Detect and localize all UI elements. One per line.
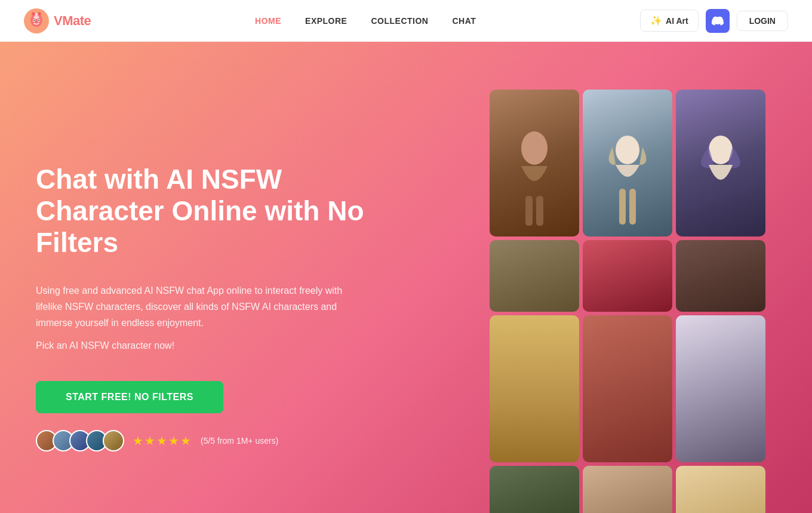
character-image-5[interactable] [583,240,672,312]
main-nav: HOME EXPLORE COLLECTION CHAT [255,16,476,26]
character-image-12[interactable] [676,466,765,513]
character-image-2[interactable] [583,90,672,236]
svg-rect-13 [536,196,543,226]
character-silhouette-3 [685,117,756,236]
avatar [103,430,124,451]
character-image-6[interactable] [676,240,765,312]
svg-point-5 [33,13,35,14]
character-image-9[interactable] [676,315,765,462]
nav-explore[interactable]: EXPLORE [305,16,347,26]
logo-text: VMate [54,13,91,29]
svg-point-9 [33,20,35,21]
rating-text: (5/5 from 1M+ users) [201,436,278,446]
discord-icon [712,15,724,27]
character-silhouette-2 [592,117,663,236]
user-avatars [36,430,124,451]
ai-art-button[interactable]: ✨ AI Art [640,10,699,32]
hero-title: Chat with AI NSFW Character Online with … [36,164,394,259]
discord-button[interactable] [706,9,730,33]
hero-section: Chat with AI NSFW Character Online with … [0,42,812,513]
svg-point-14 [616,136,639,164]
login-button[interactable]: LOGIN [737,11,788,31]
character-image-7[interactable] [490,315,579,462]
logo-area[interactable]: VMate [24,8,91,33]
hero-image-grid [490,90,776,513]
hero-description: Using free and advanced AI NSFW chat App… [36,282,346,331]
ai-art-label: AI Art [666,16,688,26]
hero-left: Chat with AI NSFW Character Online with … [36,164,394,451]
character-image-3[interactable] [676,90,765,236]
rating-area: ★★★★★ (5/5 from 1M+ users) [36,430,394,451]
stars-display: ★★★★★ [133,434,192,448]
character-image-10[interactable] [490,466,579,513]
svg-point-11 [521,131,548,165]
svg-rect-16 [629,189,636,225]
character-image-1[interactable] [490,90,579,236]
hero-pick-text: Pick an AI NSFW character now! [36,340,394,351]
nav-collection[interactable]: COLLECTION [371,16,428,26]
svg-point-10 [38,20,39,21]
header: VMate HOME EXPLORE COLLECTION CHAT ✨ AI … [0,0,812,42]
character-silhouette-1 [499,112,570,232]
svg-rect-12 [525,196,533,226]
nav-home[interactable]: HOME [255,16,281,26]
character-image-8[interactable] [583,315,672,462]
logo-icon [24,8,49,33]
sparkle-icon: ✨ [650,15,662,26]
svg-rect-15 [619,189,626,225]
svg-point-6 [39,13,41,14]
nav-chat[interactable]: CHAT [452,16,476,26]
character-image-4[interactable] [490,240,579,312]
header-right: ✨ AI Art LOGIN [640,9,788,33]
start-free-button[interactable]: START FREE! NO FILTERS [36,381,223,413]
character-image-11[interactable] [583,466,672,513]
